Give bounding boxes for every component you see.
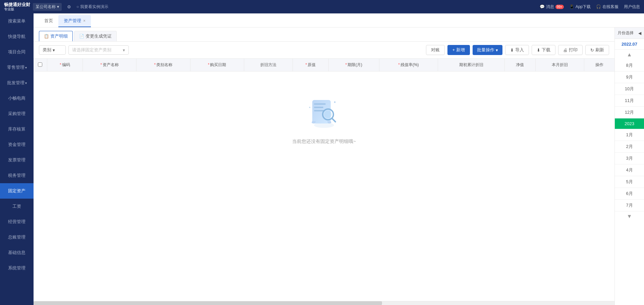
svg-text:✦: ✦ bbox=[333, 100, 336, 104]
month-item-10月[interactable]: 10月 bbox=[615, 83, 644, 95]
sidebar-item-总账管理[interactable]: 总账管理 bbox=[0, 230, 34, 245]
month-item-9月[interactable]: 9月 bbox=[615, 71, 644, 83]
service-icon: 🎧 bbox=[596, 4, 601, 9]
month-up-icon[interactable]: ▲ bbox=[627, 52, 632, 58]
col-label: 操作 bbox=[595, 62, 603, 67]
col-header-code: *编码 bbox=[47, 59, 83, 71]
tab-资产管理[interactable]: 资产管理× bbox=[58, 15, 91, 27]
col-header-operation: 操作 bbox=[584, 59, 614, 71]
print-button[interactable]: 🖨 打印 bbox=[558, 45, 583, 55]
sub-tab-icon: 📋 bbox=[44, 34, 49, 39]
month-item-4月[interactable]: 4月 bbox=[615, 164, 644, 176]
import-button[interactable]: ⬇ 导入 bbox=[505, 45, 529, 55]
add-button[interactable]: + 新增 bbox=[447, 45, 470, 55]
content-area: 首页资产管理× 📋资产明细📄变更生成凭证 类别 ▾ 请选择固定资产类 bbox=[34, 13, 644, 305]
table-container: *编码*资产名称*类别名称*购买日期折旧方法*原值*期限(月)*残值率(%)期初… bbox=[34, 59, 614, 301]
demo-link[interactable]: ○ 我要看实例演示 bbox=[76, 4, 108, 10]
required-mark: * bbox=[154, 62, 156, 67]
required-mark: * bbox=[345, 62, 347, 67]
month-item-8月[interactable]: 8月 bbox=[615, 60, 644, 71]
sidebar-item-税务管理[interactable]: 税务管理 bbox=[0, 168, 34, 183]
month-item-3月[interactable]: 3月 bbox=[615, 153, 644, 164]
required-mark: * bbox=[208, 62, 210, 67]
month-nav-up[interactable]: ▲ bbox=[615, 50, 644, 60]
col-label: 期限(月) bbox=[347, 62, 362, 67]
month-panel-header: 月份选择 ◀ bbox=[615, 28, 644, 39]
sidebar-item-项目合同[interactable]: 项目合同 bbox=[0, 44, 34, 60]
col-header-current_month_depreciation: 本月折旧 bbox=[535, 59, 584, 71]
collapse-icon[interactable]: ◀ bbox=[638, 31, 641, 36]
download-icon: ⬇ bbox=[537, 48, 540, 53]
sidebar-item-库存核算[interactable]: 库存核算 bbox=[0, 121, 34, 137]
toolbar-right: 对账 + 新增 批量操作 ▾ ⬇ 导入 ⬇ 下载 bbox=[426, 45, 609, 55]
tab-首页[interactable]: 首页 bbox=[39, 15, 58, 27]
category-input[interactable]: 请选择固定资产类别 ▾ bbox=[68, 45, 129, 55]
col-label: 期初累计折旧 bbox=[459, 62, 483, 67]
sidebar-item-基础信息[interactable]: 基础信息 bbox=[0, 245, 34, 260]
month-item-11月[interactable]: 11月 bbox=[615, 95, 644, 107]
month-item-2023[interactable]: 2023 bbox=[615, 118, 644, 129]
bottom-scrollbar[interactable] bbox=[34, 301, 614, 305]
col-header-name: *资产名称 bbox=[83, 59, 137, 71]
required-mark: * bbox=[398, 62, 400, 67]
month-nav-down[interactable]: ▼ bbox=[615, 211, 644, 221]
settings-button[interactable]: ⚙ bbox=[64, 2, 74, 11]
main-layout: 搜索菜单快捷导航项目合同零售管理▾批发管理▾小畅电商采购管理库存核算资金管理发票… bbox=[0, 13, 644, 305]
sidebar-item-批发管理[interactable]: 批发管理▾ bbox=[0, 75, 34, 91]
selected-month-display[interactable]: 2022.07 bbox=[615, 39, 644, 50]
month-item-5月[interactable]: 5月 bbox=[615, 176, 644, 188]
app-title-text: 畅捷通好业财 bbox=[4, 2, 30, 7]
month-item-7月[interactable]: 7月 bbox=[615, 200, 644, 211]
month-item-2月[interactable]: 2月 bbox=[615, 141, 644, 153]
sidebar-item-发票管理[interactable]: 发票管理 bbox=[0, 152, 34, 168]
sidebar-item-搜索菜单[interactable]: 搜索菜单 bbox=[0, 13, 34, 29]
col-header-accumulated_depreciation: 期初累计折旧 bbox=[438, 59, 504, 71]
reconcile-button[interactable]: 对账 bbox=[426, 45, 445, 55]
sidebar-item-系统管理[interactable]: 系统管理 bbox=[0, 260, 34, 276]
messages-button[interactable]: 💬 消息 99+ bbox=[540, 4, 564, 10]
company-selector[interactable]: 某公司名称 ▾ bbox=[33, 3, 62, 11]
refresh-icon: ↻ bbox=[590, 48, 594, 53]
sidebar-item-工资[interactable]: 工资 bbox=[0, 199, 34, 214]
filter-category-label: 类别 bbox=[43, 47, 51, 53]
sub-tab-资产明细[interactable]: 📋资产明细 bbox=[39, 31, 73, 41]
col-header-original_value: *原值 bbox=[293, 59, 329, 71]
tab-bar: 首页资产管理× bbox=[34, 13, 644, 28]
sidebar-item-固定资产[interactable]: 固定资产 bbox=[0, 183, 34, 199]
select-all-checkbox[interactable] bbox=[38, 62, 42, 67]
month-item-12月[interactable]: 12月 bbox=[615, 107, 644, 118]
demo-icon: ○ bbox=[76, 4, 79, 9]
sidebar-item-快捷导航[interactable]: 快捷导航 bbox=[0, 29, 34, 44]
toolbar-left: 类别 ▾ 请选择固定资产类别 ▾ bbox=[39, 45, 129, 55]
batch-operation-button[interactable]: 批量操作 ▾ bbox=[473, 45, 502, 55]
app-title: 畅捷通好业财 专业版 bbox=[4, 2, 30, 11]
month-item-6月[interactable]: 6月 bbox=[615, 188, 644, 200]
demo-link-text: 我要看实例演示 bbox=[80, 4, 108, 10]
sidebar-item-资金管理[interactable]: 资金管理 bbox=[0, 137, 34, 152]
chevron-icon: ▾ bbox=[25, 81, 27, 85]
company-name: 某公司名称 bbox=[36, 4, 56, 10]
app-download-button[interactable]: 📱 App下载 bbox=[569, 4, 591, 10]
sidebar-item-零售管理[interactable]: 零售管理▾ bbox=[0, 60, 34, 75]
month-down-icon[interactable]: ▼ bbox=[627, 213, 632, 219]
message-icon: 💬 bbox=[540, 4, 545, 9]
app-subtitle: 专业版 bbox=[4, 7, 30, 11]
assets-table: *编码*资产名称*类别名称*购买日期折旧方法*原值*期限(月)*残值率(%)期初… bbox=[34, 59, 614, 165]
sidebar-item-经营管理[interactable]: 经营管理 bbox=[0, 214, 34, 230]
category-filter-select[interactable]: 类别 ▾ bbox=[39, 45, 66, 55]
month-item-1月[interactable]: 1月 bbox=[615, 129, 644, 141]
month-panel: 月份选择 ◀ 2022.07 ▲ 8月9月10月11月12月20231月2月3月… bbox=[614, 28, 644, 305]
sub-tab-变更生成凭证[interactable]: 📄变更生成凭证 bbox=[74, 31, 117, 41]
tab-close-icon[interactable]: × bbox=[83, 18, 86, 23]
col-label: 净值 bbox=[516, 62, 524, 67]
sidebar-item-采购管理[interactable]: 采购管理 bbox=[0, 106, 34, 121]
chevron-down-icon: ▾ bbox=[57, 4, 59, 9]
sidebar-item-小畅电商[interactable]: 小畅电商 bbox=[0, 91, 34, 106]
top-bar: 畅捷通好业财 专业版 某公司名称 ▾ ⚙ ○ 我要看实例演示 💬 消息 99+ … bbox=[0, 0, 644, 13]
online-service-button[interactable]: 🎧 在线客服 bbox=[596, 4, 619, 10]
col-label: 类别名称 bbox=[156, 62, 172, 67]
refresh-button[interactable]: ↻ 刷新 bbox=[585, 45, 609, 55]
col-label: 折旧方法 bbox=[260, 62, 276, 67]
download-button[interactable]: ⬇ 下载 bbox=[532, 45, 555, 55]
empty-illustration: ✦ ✦ bbox=[304, 92, 344, 132]
